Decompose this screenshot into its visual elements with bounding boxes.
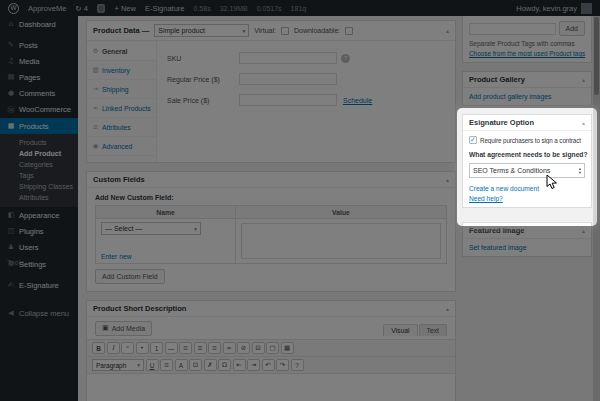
add-tag-button[interactable]: Add [559,21,585,36]
require-signature-checkbox[interactable]: ✓ [469,136,477,144]
paste-text-icon[interactable]: ⊡ [189,359,202,371]
set-featured-image-link[interactable]: Set featured image [469,244,526,251]
align-center-icon[interactable]: ≡ [194,342,207,354]
outdent-icon[interactable]: ⇤ [233,359,246,371]
schedule-link[interactable]: Schedule [343,97,372,104]
tab-shipping[interactable]: → Shipping [87,80,156,99]
more-tag-icon[interactable]: ⊟ [252,342,265,354]
align-right-icon[interactable]: ≡ [208,342,221,354]
undo-icon[interactable]: ↶ [262,359,275,371]
link-icon[interactable]: ∞ [223,342,236,354]
sale-price-input[interactable] [239,94,337,106]
page-scrollbar[interactable] [593,16,600,401]
custom-field-value-textarea[interactable] [241,223,441,259]
add-custom-field-button[interactable]: Add Custom Field [95,269,165,284]
bold-icon[interactable]: B [92,342,105,354]
howdy-account-menu[interactable]: Howdy, kevin.gray [516,4,577,13]
help-tip-icon[interactable]: ? [341,54,350,63]
virtual-checkbox[interactable] [281,27,289,35]
updates-button[interactable]: ↻ 4 [75,4,87,13]
agreement-select[interactable]: SEO Terms & Conditions ▴ ▾ [469,163,585,178]
add-gallery-images-link[interactable]: Add product gallery images [469,93,551,100]
bulleted-list-icon[interactable]: • [136,342,149,354]
add-media-button[interactable]: ▣ Add Media [95,321,152,336]
underline-icon[interactable]: U [146,359,159,371]
sidebar-item-woocommerce[interactable]: Ⓦ WooCommerce [0,101,78,118]
submenu-item-add-product[interactable]: Add Product [0,148,78,159]
tab-visual[interactable]: Visual [383,324,417,336]
chevron-down-icon: ▾ [137,362,140,368]
submenu-item-tags[interactable]: Tags [0,170,78,181]
panel-toggle-icon[interactable]: ▴ [582,76,585,83]
panel-toggle-icon[interactable]: ▴ [446,27,449,34]
new-content-button[interactable]: + New [114,4,135,13]
inventory-tab-icon: ▥ [92,66,99,74]
editor-content-area[interactable] [87,374,455,401]
redo-icon[interactable]: ↷ [276,359,289,371]
tags-hint-text: Separate Product Tags with commas [469,40,585,47]
custom-field-name-select[interactable]: — Select — ▾ [101,222,201,235]
tab-general[interactable]: ⚙ General [87,42,156,61]
admin-bar-esignature-menu[interactable]: E-Signature [145,4,185,13]
sidebar-item-plugins[interactable]: ◫ Plugins [0,223,78,239]
tab-attributes[interactable]: ≡ Attributes [87,118,156,137]
help-icon[interactable]: ? [291,359,304,371]
tab-inventory[interactable]: ▥ Inventory [87,61,156,80]
align-left-icon[interactable]: ≡ [179,342,192,354]
most-used-tags-link[interactable]: Choose from the most used Product tags [469,50,585,57]
submenu-item-products[interactable]: Products [0,137,78,148]
text-color-icon[interactable]: A [175,359,188,371]
numbered-list-icon[interactable]: 1 [150,342,163,354]
select-arrows-icon: ▴ ▾ [579,167,581,175]
sidebar-item-posts[interactable]: ✎ Posts [0,37,78,53]
comments-bubble-icon[interactable]: 0 [97,4,106,13]
sidebar-item-dashboard[interactable]: ⌂ Dashboard [0,16,78,32]
panel-toggle-icon[interactable]: ▴ [582,227,585,234]
unlink-icon[interactable]: ⊘ [237,342,250,354]
advanced-tab-icon: ◉ [92,142,99,150]
use-in-your-theme-link[interactable]: use in your theme [305,291,357,292]
submenu-item-shipping-classes[interactable]: Shipping Classes [0,181,78,192]
tab-linked-products[interactable]: ∞ Linked Products [87,99,156,118]
create-new-document-link[interactable]: Create a new document [469,185,585,192]
sku-input[interactable] [239,52,337,64]
tab-text[interactable]: Text [419,324,447,336]
dashboard-icon: ⌂ [7,20,15,28]
paragraph-select[interactable]: Paragraph ▾ [92,359,144,371]
product-type-select[interactable]: Simple product ▾ [154,24,249,37]
panel-toggle-icon[interactable]: ▴ [446,305,449,312]
collapse-menu-button[interactable]: ◀ Collapse menu [0,305,78,321]
special-character-icon[interactable]: Ω [218,359,231,371]
regular-price-input[interactable] [239,73,337,85]
sidebar-item-users[interactable]: ♟ Users [0,239,78,255]
tag-input[interactable] [469,23,556,35]
need-help-link[interactable]: Need help? [469,195,585,202]
distraction-free-icon[interactable]: ▢ [266,342,279,354]
product-gallery-header: Product Gallery ▴ [463,72,591,88]
panel-toggle-icon[interactable]: ▴ [446,176,449,183]
justify-icon[interactable]: ≡ [160,359,173,371]
site-name-link[interactable]: ApproveMe [28,4,66,13]
horizontal-rule-icon[interactable]: — [165,342,178,354]
submenu-item-attributes[interactable]: Attributes [0,192,78,203]
wordpress-logo-icon[interactable]: W [8,3,19,14]
sidebar-item-products[interactable]: ▦ Products [0,118,78,134]
sale-price-label: Sale Price ($) [167,97,239,104]
sidebar-item-media[interactable]: ♫ Media [0,53,78,69]
blockquote-icon[interactable]: “ [121,342,134,354]
product-data-panel: Product Data — Simple product ▾ Virtual:… [86,20,456,163]
scrollbar-thumb[interactable] [594,17,599,95]
downloadable-checkbox[interactable] [345,27,353,35]
toolbar-toggle-icon[interactable]: ▦ [281,342,294,354]
panel-toggle-icon[interactable]: ▴ [582,119,585,126]
clear-formatting-icon[interactable]: ✗ [204,359,217,371]
sidebar-item-esignature[interactable]: ✍ E-Signature [0,277,78,293]
sidebar-item-pages[interactable]: ▤ Pages [0,69,78,85]
italic-icon[interactable]: I [107,342,120,354]
indent-icon[interactable]: ⇥ [247,359,260,371]
enter-new-link[interactable]: Enter new [101,253,230,260]
sidebar-item-comments[interactable]: ● Comments [0,85,78,101]
submenu-item-categories[interactable]: Categories [0,159,78,170]
sidebar-item-appearance[interactable]: ◧ Appearance [0,207,78,223]
tab-advanced[interactable]: ◉ Advanced [87,137,156,156]
